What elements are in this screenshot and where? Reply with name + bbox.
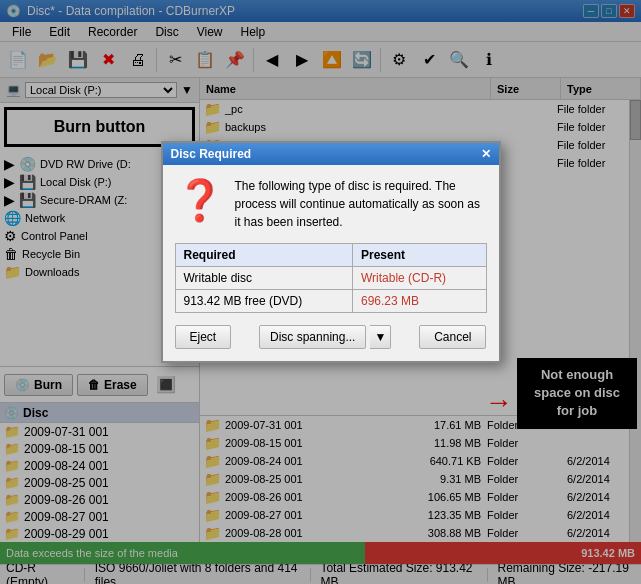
disc-spanning-button[interactable]: Disc spanning... [259,325,366,349]
modal-titlebar: Disc Required ✕ [163,143,499,165]
disc-required-dialog: Disc Required ✕ ❓ The following type of … [161,141,501,363]
modal-col-present: Present [352,244,486,267]
modal-row-1: Writable disc Writable (CD-R) [175,267,486,290]
modal-cell-writable-present: Writable (CD-R) [352,267,486,290]
modal-table: Required Present Writable disc Writable … [175,243,487,313]
modal-close-button[interactable]: ✕ [481,147,491,161]
modal-cell-writable-req: Writable disc [175,267,352,290]
modal-cell-size-present: 696.23 MB [352,290,486,313]
disc-spanning-group: Disc spanning... ▼ [259,325,391,349]
modal-message: The following type of disc is required. … [235,177,487,231]
modal-question-icon: ❓ [175,177,225,224]
modal-overlay: Disc Required ✕ ❓ The following type of … [0,0,641,584]
cancel-button[interactable]: Cancel [419,325,486,349]
modal-cell-size-req: 913.42 MB free (DVD) [175,290,352,313]
modal-buttons: Eject Disc spanning... ▼ Cancel [175,325,487,349]
modal-col-required: Required [175,244,352,267]
eject-button[interactable]: Eject [175,325,232,349]
modal-body: ❓ The following type of disc is required… [163,165,499,361]
modal-header-row: ❓ The following type of disc is required… [175,177,487,231]
app-window: 💿 Disc* - Data compilation - CDBurnerXP … [0,0,641,584]
disc-spanning-dropdown-arrow[interactable]: ▼ [370,325,391,349]
modal-row-2: 913.42 MB free (DVD) 696.23 MB [175,290,486,313]
modal-title: Disc Required [171,147,252,161]
